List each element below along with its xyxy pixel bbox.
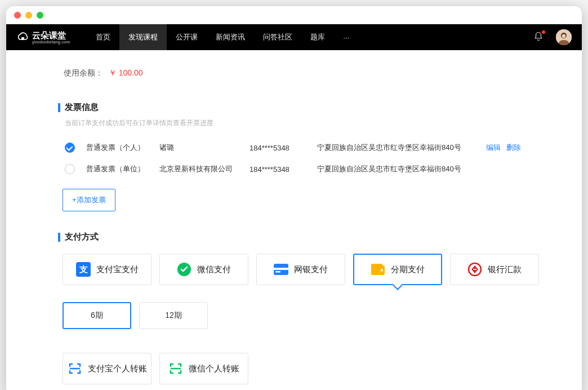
section-bar-icon [58,103,60,112]
cloud-icon [16,32,29,42]
pay-method-installment[interactable]: 分期支付 [353,254,442,285]
add-invoice-button[interactable]: +添加发票 [63,189,115,211]
invoice-title: 发票信息 [65,102,99,113]
nav-discover[interactable]: 发现课程 [119,24,167,50]
invoice-type: 普通发票（单位） [86,164,148,174]
transfer-alipay[interactable]: 支付宝个人转账 [63,353,152,384]
invoice-list: 普通发票（个人） 诸璐 184****5348 宁夏回族自治区吴忠市红寺堡区幸福… [63,137,554,180]
invoice-row: 普通发票（个人） 诸璐 184****5348 宁夏回族自治区吴忠市红寺堡区幸福… [63,137,554,158]
transfer-label: 支付宝个人转账 [88,364,147,374]
invoice-address: 宁夏回族自治区吴忠市红寺堡区幸福街840号 [317,164,475,174]
avatar[interactable] [556,29,572,45]
balance-label: 使用余额： [64,68,103,77]
invoice-address: 宁夏回族自治区吴忠市红寺堡区幸福街840号 [317,143,475,153]
nav-home[interactable]: 首页 [87,24,119,50]
pay-method-bank[interactable]: 银行汇款 [450,254,539,285]
card-icon [274,262,288,277]
brand-name: 云朵课堂 [32,31,70,39]
nav-question-bank[interactable]: 题库 [301,24,334,50]
invoice-row: 普通发票（单位） 北京昱新科技有限公司 184****5348 宁夏回族自治区吴… [63,158,554,180]
personal-transfers: 支付宝个人转账 微信个人转账 [63,353,554,384]
svg-point-12 [381,269,383,271]
brand-logo[interactable]: 云朵课堂 yunduoketang.com [16,31,70,44]
invoice-subtitle: 当前订单支付成功后可在订单详情页查看开票进度 [65,118,554,128]
wallet-icon [371,262,385,277]
notification-dot-icon [542,30,545,34]
invoice-type: 普通发票（个人） [86,143,148,153]
transfer-wechat[interactable]: 微信个人转账 [159,353,248,384]
top-nav: 云朵课堂 yunduoketang.com 首页 发现课程 公开课 新闻资讯 问… [6,24,582,50]
minimize-icon[interactable] [25,12,32,19]
pay-method-label: 网银支付 [294,264,328,275]
svg-rect-11 [371,264,382,267]
invoice-phone: 184****5348 [250,144,306,152]
invoice-section-header: 发票信息 [58,102,554,113]
balance-amount: ￥ 100.00 [109,68,143,77]
payment-title: 支付方式 [65,232,99,242]
nav-items: 首页 发现课程 公开课 新闻资讯 问答社区 题库 ··· [87,24,358,50]
balance-row: 使用余额： ￥ 100.00 [58,61,554,92]
nav-open-class[interactable]: 公开课 [167,24,207,50]
close-icon[interactable] [14,12,21,19]
pay-method-label: 分期支付 [391,264,425,275]
scan-wechat-icon [168,361,183,376]
invoice-actions: 编辑 删除 [486,143,521,153]
alipay-icon: 支 [76,262,91,277]
payment-methods: 支 支付宝支付 微信支付 网银支付 [63,254,554,285]
wechat-icon [177,262,191,277]
pay-method-label: 银行汇款 [488,264,522,275]
app-window: 云朵课堂 yunduoketang.com 首页 发现课程 公开课 新闻资讯 问… [6,6,582,390]
installment-terms: 6期 12期 [63,302,554,329]
invoice-radio[interactable] [65,143,75,153]
invoice-edit-link[interactable]: 编辑 [486,143,501,153]
page-content: 使用余额： ￥ 100.00 发票信息 当前订单支付成功后可在订单详情页查看开票… [6,50,582,390]
svg-point-3 [562,34,565,38]
payment-section-header: 支付方式 [58,232,554,242]
notification-bell-icon[interactable] [533,32,544,43]
invoice-phone: 184****5348 [250,165,306,174]
invoice-name: 北京昱新科技有限公司 [159,164,238,174]
invoice-radio[interactable] [65,164,75,174]
brand-sub: yunduoketang.com [32,40,70,44]
svg-rect-0 [21,37,24,40]
term-option-6[interactable]: 6期 [63,302,131,329]
scan-alipay-icon [68,361,82,376]
svg-rect-9 [275,271,280,273]
transfer-label: 微信个人转账 [189,364,239,374]
pay-method-label: 微信支付 [197,264,231,275]
maximize-icon[interactable] [37,12,43,19]
term-option-12[interactable]: 12期 [139,302,208,329]
nav-more-icon[interactable]: ··· [334,24,358,50]
section-bar-icon [58,233,60,242]
svg-rect-8 [274,268,288,270]
invoice-name: 诸璐 [159,143,238,153]
pay-method-label: 支付宝支付 [96,264,139,275]
pay-method-alipay[interactable]: 支 支付宝支付 [63,254,152,285]
invoice-delete-link[interactable]: 删除 [506,143,521,153]
pay-method-unionpay[interactable]: 网银支付 [256,254,345,285]
nav-qa[interactable]: 问答社区 [254,24,301,50]
pay-method-wechat[interactable]: 微信支付 [159,254,248,285]
titlebar [6,6,582,24]
svg-text:支: 支 [78,264,87,274]
bank-icon [467,262,482,277]
nav-news[interactable]: 新闻资讯 [207,24,254,50]
